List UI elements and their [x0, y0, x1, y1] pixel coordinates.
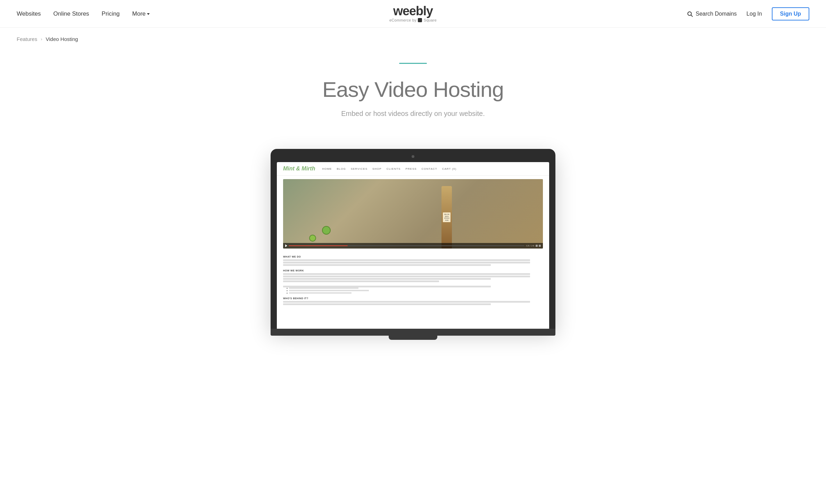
bullet-item	[287, 290, 543, 291]
video-time: 0:25 / 1:40	[526, 245, 534, 247]
signup-button[interactable]: Sign Up	[772, 7, 809, 20]
section4-text	[283, 301, 543, 305]
text-line	[283, 280, 439, 282]
text-line	[283, 276, 530, 277]
bullet-item	[287, 287, 543, 289]
screen-text-area: WHAT WE DO HOW WE WORK	[277, 252, 549, 309]
section4: WHO'S BEHIND IT?	[283, 297, 543, 305]
hero-title: Easy Video Hosting	[17, 78, 809, 101]
navbar: Websites Online Stores Pricing More weeb…	[0, 0, 826, 28]
login-button[interactable]: Log In	[746, 11, 762, 17]
site-nav-clients: CLIENTS	[387, 167, 401, 170]
nav-websites[interactable]: Websites	[17, 10, 41, 17]
nav-left: Websites Online Stores Pricing More	[17, 10, 150, 17]
laptop-stand	[389, 336, 437, 340]
bullet-text	[289, 290, 369, 291]
site-nav-contact: CONTACT	[422, 167, 437, 170]
laptop-camera	[412, 155, 414, 158]
lime-prop-1	[322, 226, 331, 235]
laptop-base	[271, 329, 555, 336]
text-line	[283, 301, 530, 303]
text-line	[283, 262, 530, 263]
section3	[283, 286, 543, 294]
text-line	[283, 278, 491, 280]
chevron-down-icon	[147, 13, 150, 15]
site-nav-cart: CART (0)	[442, 167, 457, 170]
laptop-screen: Mint & Mirth HOME BLOG SERVICES SHOP CLI…	[277, 162, 549, 329]
logo[interactable]: weebly eCommerce by Square	[389, 5, 437, 23]
nav-pricing[interactable]: Pricing	[102, 10, 120, 17]
screen-content: Mint & Mirth HOME BLOG SERVICES SHOP CLI…	[277, 162, 549, 329]
site-nav-services: SERVICES	[351, 167, 367, 170]
bottle-prop: BELOWDECKSPICEDRUM	[441, 186, 452, 249]
section2: HOW WE WORK	[283, 269, 543, 282]
hero-section: Easy Video Hosting Embed or host videos …	[0, 42, 826, 149]
lime-prop-2	[309, 235, 316, 242]
hero-subtitle: Embed or host videos directly on your we…	[17, 110, 809, 118]
site-nav-links: HOME BLOG SERVICES SHOP CLIENTS PRESS CO…	[322, 167, 456, 170]
section1-text	[283, 259, 543, 266]
laptop-outer: Mint & Mirth HOME BLOG SERVICES SHOP CLI…	[271, 149, 555, 329]
nav-online-stores[interactable]: Online Stores	[53, 10, 89, 17]
play-icon	[285, 244, 287, 247]
breadcrumb-separator: ›	[41, 36, 42, 42]
square-icon	[418, 18, 422, 22]
video-thumbnail: BELOWDECKSPICEDRUM	[283, 179, 543, 249]
bullet-text	[289, 287, 358, 289]
text-line	[283, 264, 491, 266]
bullet-dot-icon	[287, 288, 288, 289]
nav-right: Search Domains Log In Sign Up	[687, 7, 809, 20]
site-nav: Mint & Mirth HOME BLOG SERVICES SHOP CLI…	[277, 162, 549, 176]
search-domains-button[interactable]: Search Domains	[687, 11, 737, 17]
video-area: Janelle and Joni - The Modern Mixologist…	[283, 179, 543, 249]
brand-tagline: eCommerce by Square	[389, 18, 437, 23]
section3-title: WHO'S BEHIND IT?	[283, 297, 543, 300]
video-ctrl-icons	[536, 245, 541, 247]
progress-fill	[289, 245, 348, 246]
section2-text	[283, 273, 543, 282]
text-line	[283, 303, 491, 305]
site-nav-blog: BLOG	[337, 167, 346, 170]
site-nav-home: HOME	[322, 167, 332, 170]
site-brand: Mint & Mirth	[283, 166, 315, 172]
laptop: Mint & Mirth HOME BLOG SERVICES SHOP CLI…	[271, 149, 555, 340]
site-nav-shop: SHOP	[372, 167, 382, 170]
site-nav-press: PRESS	[405, 167, 416, 170]
accent-bar	[399, 63, 427, 64]
section1-title: WHAT WE DO	[283, 255, 543, 258]
breadcrumb-current: Video Hosting	[46, 36, 78, 42]
bullet-list	[283, 287, 543, 294]
bottle-label: BELOWDECKSPICEDRUM	[443, 212, 451, 222]
bullet-text	[289, 292, 352, 294]
nav-more[interactable]: More	[132, 10, 150, 17]
search-icon	[687, 11, 693, 17]
breadcrumb: Features › Video Hosting	[0, 28, 826, 42]
bullet-item	[287, 292, 543, 294]
progress-bar	[289, 245, 524, 246]
bullet-dot-icon	[287, 293, 288, 294]
svg-line-1	[691, 15, 692, 16]
fullscreen-icon	[539, 245, 541, 247]
breadcrumb-parent[interactable]: Features	[17, 36, 37, 42]
volume-icon	[536, 245, 538, 247]
brand-name: weebly	[389, 5, 437, 17]
bullet-dot-icon	[287, 290, 288, 291]
laptop-mockup: Mint & Mirth HOME BLOG SERVICES SHOP CLI…	[0, 149, 826, 340]
section2-title: HOW WE WORK	[283, 269, 543, 272]
text-line	[283, 259, 530, 261]
video-controls: 0:25 / 1:40	[283, 243, 543, 249]
text-line	[283, 273, 530, 275]
